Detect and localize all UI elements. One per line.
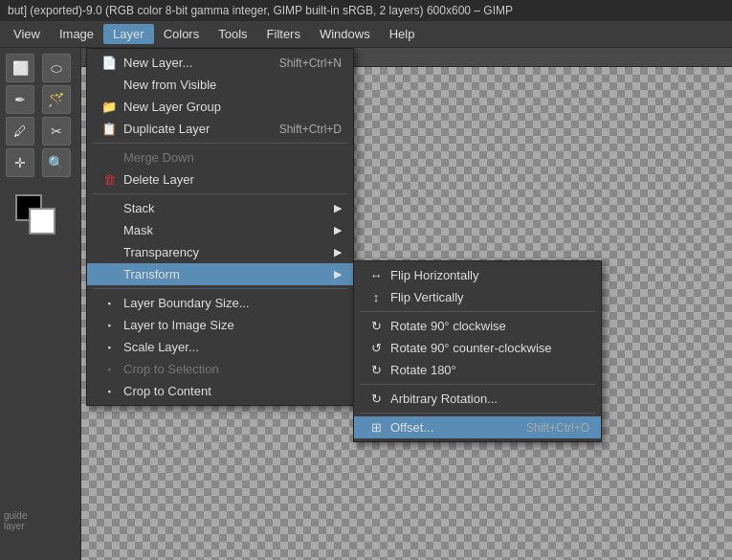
crop-to-selection-label: Crop to Selection [123, 362, 219, 376]
menu-delete-layer[interactable]: 🗑 Delete Layer [87, 168, 353, 190]
layer-to-image-icon: ▪ [99, 321, 120, 330]
transform-arrow: ▶ [334, 268, 342, 280]
crop-to-content-icon: ▪ [99, 387, 120, 396]
new-layer-group-icon: 📁 [99, 100, 120, 114]
crop-to-selection-icon: ▪ [99, 365, 120, 374]
layer-dropdown-menu: 📄 New Layer... Shift+Ctrl+N New from Vis… [86, 48, 354, 406]
duplicate-layer-icon: 📋 [99, 122, 120, 136]
transform-sep-3 [360, 413, 595, 414]
layer-to-image-label: Layer to Image Size [123, 318, 234, 332]
title-text: but] (exported)-9.0 (RGB color 8-bit gam… [8, 4, 513, 17]
menu-help[interactable]: Help [380, 24, 425, 44]
menu-new-from-visible[interactable]: New from Visible [87, 74, 353, 96]
delete-layer-icon: 🗑 [99, 172, 120, 187]
new-layer-shortcut: Shift+Ctrl+N [251, 56, 342, 70]
flip-v-label: Flip Vertically [390, 290, 464, 304]
rotate-180-icon: ↻ [366, 363, 387, 377]
menu-colors[interactable]: Colors [154, 24, 210, 44]
menu-bar: View Image Layer Colors Tools Filters Wi… [0, 21, 732, 48]
transform-sep-2 [360, 384, 595, 385]
menu-new-layer[interactable]: 📄 New Layer... Shift+Ctrl+N [87, 52, 353, 74]
new-layer-icon: 📄 [99, 56, 120, 70]
offset-icon: ⊞ [366, 420, 387, 435]
menu-layer-boundary-size[interactable]: ▪ Layer Boundary Size... [87, 292, 353, 314]
duplicate-layer-label: Duplicate Layer [123, 122, 210, 136]
menu-transparency[interactable]: Transparency ▶ [87, 241, 353, 263]
menu-scale-layer[interactable]: ▪ Scale Layer... [87, 336, 353, 358]
canvas-area: 100 200 300 400 📄 New Layer... Shift+Ctr… [81, 48, 732, 560]
main-area: ⬜ ⬭ ✒ 🪄 🖊 ✂ ✛ 🔍 guide layer 100 200 300 … [0, 48, 732, 560]
menu-rotate-90-cw[interactable]: ↻ Rotate 90° clockwise [354, 315, 601, 337]
tool-move[interactable]: ✛ [6, 148, 34, 177]
rotate-90-ccw-icon: ↺ [366, 341, 387, 355]
offset-shortcut: Shift+Ctrl+O [498, 421, 589, 435]
menu-layer-to-image-size[interactable]: ▪ Layer to Image Size [87, 314, 353, 336]
merge-down-label: Merge Down [123, 150, 194, 165]
menu-image[interactable]: Image [50, 24, 103, 44]
tool-zoom[interactable]: 🔍 [42, 148, 71, 177]
menu-duplicate-layer[interactable]: 📋 Duplicate Layer Shift+Ctrl+D [87, 118, 353, 140]
title-bar: but] (exported)-9.0 (RGB color 8-bit gam… [0, 0, 732, 21]
tool-fuzzy[interactable]: 🪄 [42, 85, 71, 114]
mask-label: Mask [123, 223, 153, 237]
menu-flip-vertically[interactable]: ↕ Flip Vertically [354, 286, 601, 308]
new-from-visible-label: New from Visible [123, 78, 216, 92]
tool-ellipse-select[interactable]: ⬭ [42, 54, 71, 82]
transform-label: Transform [123, 267, 180, 281]
menu-crop-to-selection: ▪ Crop to Selection [87, 358, 353, 380]
duplicate-layer-shortcut: Shift+Ctrl+D [251, 123, 342, 136]
scale-layer-icon: ▪ [99, 343, 120, 352]
layer-boundary-icon: ▪ [99, 299, 120, 308]
rotate-90-cw-icon: ↻ [366, 319, 387, 333]
menu-windows[interactable]: Windows [310, 24, 380, 44]
menu-transform[interactable]: Transform ▶ ↔ Flip Horizontally ↕ Flip V… [87, 263, 353, 285]
arbitrary-rotation-icon: ↻ [366, 392, 387, 406]
transform-submenu: ↔ Flip Horizontally ↕ Flip Vertically ↻ … [353, 260, 602, 442]
menu-rotate-90-ccw[interactable]: ↺ Rotate 90° counter-clockwise [354, 337, 601, 359]
transform-sep-1 [360, 311, 595, 312]
menu-filters[interactable]: Filters [257, 24, 310, 44]
crop-to-content-label: Crop to Content [123, 384, 211, 398]
transparency-label: Transparency [123, 245, 199, 259]
menu-mask[interactable]: Mask ▶ [87, 219, 353, 241]
menu-stack[interactable]: Stack ▶ [87, 197, 353, 219]
mask-arrow: ▶ [334, 224, 342, 236]
separator-2 [93, 193, 347, 194]
offset-label: Offset... [390, 420, 433, 435]
menu-flip-horizontally[interactable]: ↔ Flip Horizontally [354, 264, 601, 286]
flip-v-icon: ↕ [366, 290, 387, 304]
separator-3 [93, 288, 347, 289]
background-color[interactable] [29, 208, 55, 235]
tool-crop[interactable]: ✂ [42, 117, 71, 146]
tool-color-pick[interactable]: 🖊 [6, 117, 34, 146]
stack-arrow: ▶ [334, 202, 342, 214]
arbitrary-rotation-label: Arbitrary Rotation... [390, 392, 498, 406]
new-layer-group-label: New Layer Group [123, 100, 221, 114]
flip-h-icon: ↔ [366, 268, 387, 282]
transparency-arrow: ▶ [334, 246, 342, 258]
flip-h-label: Flip Horizontally [390, 268, 478, 282]
separator-1 [93, 143, 347, 144]
new-layer-label: New Layer... [123, 56, 192, 70]
guide-indicator: guide layer [4, 510, 27, 531]
menu-offset[interactable]: ⊞ Offset... Shift+Ctrl+O [354, 416, 601, 438]
menu-crop-to-content[interactable]: ▪ Crop to Content [87, 380, 353, 402]
toolbar: ⬜ ⬭ ✒ 🪄 🖊 ✂ ✛ 🔍 guide layer [0, 48, 81, 560]
rotate-90-ccw-label: Rotate 90° counter-clockwise [390, 341, 552, 355]
menu-layer[interactable]: Layer [103, 24, 154, 44]
rotate-90-cw-label: Rotate 90° clockwise [390, 319, 506, 333]
menu-view[interactable]: View [4, 24, 50, 44]
rotate-180-label: Rotate 180° [390, 363, 456, 377]
menu-merge-down: Merge Down [87, 146, 353, 168]
menu-tools[interactable]: Tools [209, 24, 256, 44]
menu-arbitrary-rotation[interactable]: ↻ Arbitrary Rotation... [354, 388, 601, 410]
stack-label: Stack [123, 201, 155, 215]
menu-new-layer-group[interactable]: 📁 New Layer Group [87, 96, 353, 118]
menu-rotate-180[interactable]: ↻ Rotate 180° [354, 359, 601, 381]
tool-rect-select[interactable]: ⬜ [6, 54, 34, 82]
layer-boundary-label: Layer Boundary Size... [123, 296, 250, 310]
scale-layer-label: Scale Layer... [123, 340, 199, 354]
delete-layer-label: Delete Layer [123, 172, 194, 187]
tool-lasso[interactable]: ✒ [6, 85, 34, 114]
